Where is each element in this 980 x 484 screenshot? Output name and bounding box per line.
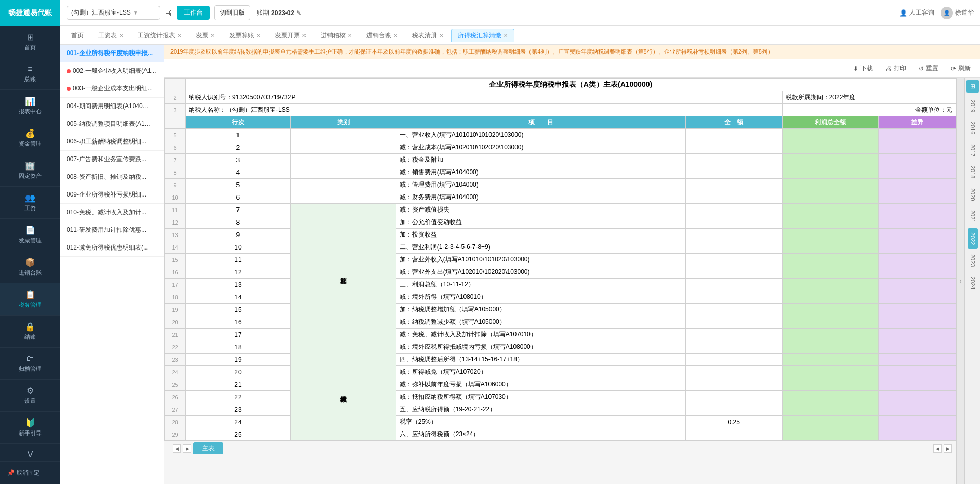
amount-19[interactable] <box>685 366 782 378</box>
amount-10[interactable] <box>685 254 782 266</box>
form-list-item-008[interactable]: 008-资产折旧、摊销及纳税... <box>60 168 164 186</box>
sidebar-item-member[interactable]: V畅会员 <box>0 444 60 461</box>
amount-14[interactable] <box>685 304 782 316</box>
amount-4[interactable] <box>685 179 782 191</box>
profit-14[interactable] <box>782 304 879 316</box>
sheet-tab-main[interactable]: 主表 <box>193 442 223 454</box>
spreadsheet-container[interactable]: 企业所得税年度纳税申报表（A类）主表(A100000)2 纳税人识别号：9132… <box>164 78 956 441</box>
diff-4[interactable] <box>879 179 956 191</box>
diff-14[interactable] <box>879 304 956 316</box>
diff-15[interactable] <box>879 316 956 329</box>
amount-13[interactable] <box>685 291 782 304</box>
sidebar-item-invoice-mgmt[interactable]: 📄发票管理 <box>0 219 60 251</box>
tab-close-payroll-stats[interactable]: ✕ <box>177 33 181 38</box>
tab-close-invoice-calc[interactable]: ✕ <box>256 33 260 38</box>
tab-close-invoice[interactable]: ✕ <box>210 33 215 38</box>
diff-20[interactable] <box>879 378 956 391</box>
profit-5[interactable] <box>782 191 879 204</box>
amount-2[interactable] <box>685 154 782 166</box>
sidebar-item-assets[interactable]: 🏢固定资产 <box>0 154 60 187</box>
profit-12[interactable] <box>782 279 879 291</box>
sidebar-item-home[interactable]: ⊞首页 <box>0 26 60 58</box>
diff-16[interactable] <box>879 329 956 341</box>
panel-top-icon[interactable]: ⊞ <box>966 80 979 93</box>
tab-close-payroll[interactable]: ✕ <box>119 33 123 38</box>
diff-18[interactable] <box>879 354 956 366</box>
refresh-button[interactable]: ⟳ 刷新 <box>948 62 974 74</box>
form-list-item-011[interactable]: 011-研发费用加计扣除优惠... <box>60 221 164 239</box>
workbench-button[interactable]: 工作台 <box>177 6 210 20</box>
sidebar-item-fund[interactable]: 💰资金管理 <box>0 122 60 154</box>
amount-3[interactable] <box>685 166 782 179</box>
amount-20[interactable] <box>685 378 782 391</box>
sidebar-item-archive[interactable]: 🗂归档管理 <box>0 348 60 380</box>
amount-22[interactable] <box>685 403 782 416</box>
form-list-item-005[interactable]: 005-纳税调整项目明细表(A1... <box>60 115 164 133</box>
profit-17[interactable] <box>782 341 879 354</box>
diff-10[interactable] <box>879 254 956 266</box>
profit-11[interactable] <box>782 266 879 279</box>
form-list-item-006[interactable]: 006-职工薪酬纳税调整明细... <box>60 133 164 151</box>
form-list-item-010[interactable]: 010-免税、减计收入及加计... <box>60 204 164 221</box>
diff-21[interactable] <box>879 391 956 403</box>
year-item-2017[interactable]: 2017 <box>968 140 978 161</box>
diff-5[interactable] <box>879 191 956 204</box>
amount-6[interactable] <box>685 204 782 216</box>
diff-24[interactable] <box>879 428 956 441</box>
amount-7[interactable] <box>685 216 782 229</box>
download-button[interactable]: ⬇ 下载 <box>850 62 876 74</box>
tab-close-sales-ledger[interactable]: ✕ <box>393 33 398 38</box>
tab-payroll[interactable]: 工资表✕ <box>91 29 130 42</box>
sheet-nav-left[interactable]: ◀ <box>173 444 181 453</box>
diff-8[interactable] <box>879 229 956 241</box>
sidebar-item-report[interactable]: 📊报表中心 <box>0 90 60 122</box>
form-list-item-004[interactable]: 004-期间费用明细表(A1040... <box>60 98 164 115</box>
profit-7[interactable] <box>782 216 879 229</box>
tab-close-tax-calc[interactable]: ✕ <box>504 33 508 38</box>
sheet-nav-right[interactable]: ▶ <box>183 444 191 453</box>
profit-15[interactable] <box>782 316 879 329</box>
print-button[interactable]: 🖨 打印 <box>882 62 909 74</box>
profit-1[interactable] <box>782 141 879 154</box>
tab-sales-ledger[interactable]: 进销台账✕ <box>360 29 404 42</box>
diff-0[interactable] <box>879 129 956 141</box>
company-selector[interactable]: (勾删）江西服宝-LSS ▼ <box>67 6 160 20</box>
form-list-item-002[interactable]: 002-一般企业收入明细表(A1... <box>60 62 164 80</box>
amount-17[interactable] <box>685 341 782 354</box>
form-list-item-009[interactable]: 009-企业所得税补亏损明细... <box>60 186 164 204</box>
amount-18[interactable] <box>685 354 782 366</box>
scroll-right-btn[interactable]: ▶ <box>944 444 952 453</box>
profit-21[interactable] <box>782 391 879 403</box>
reset-button[interactable]: ↺ 重置 <box>916 62 942 74</box>
year-item-2023[interactable]: 2023 <box>968 250 978 271</box>
profit-18[interactable] <box>782 354 879 366</box>
amount-23[interactable]: 0.25 <box>685 416 782 428</box>
amount-16[interactable] <box>685 329 782 341</box>
diff-23[interactable] <box>879 416 956 428</box>
amount-1[interactable] <box>685 141 782 154</box>
tab-close-tax-clearance[interactable]: ✕ <box>439 33 443 38</box>
profit-6[interactable] <box>782 204 879 216</box>
profit-3[interactable] <box>782 166 879 179</box>
profit-9[interactable] <box>782 241 879 254</box>
amount-0[interactable] <box>685 129 782 141</box>
pin-button[interactable]: 📌 取消固定 <box>4 466 56 480</box>
diff-22[interactable] <box>879 403 956 416</box>
collapse-panel-button[interactable]: › <box>956 78 964 484</box>
diff-19[interactable] <box>879 366 956 378</box>
period-edit-icon[interactable]: ✎ <box>296 9 301 17</box>
year-item-2020[interactable]: 2020 <box>968 184 978 205</box>
profit-23[interactable] <box>782 416 879 428</box>
amount-8[interactable] <box>685 229 782 241</box>
user-profile[interactable]: 👤 徐道华 <box>941 7 974 19</box>
tab-tax-clearance[interactable]: 税表清册✕ <box>405 29 450 42</box>
profit-10[interactable] <box>782 254 879 266</box>
profit-24[interactable] <box>782 428 879 441</box>
year-item-2019[interactable]: 2019 <box>968 96 978 116</box>
diff-6[interactable] <box>879 204 956 216</box>
sidebar-item-ledger[interactable]: ≡总账 <box>0 58 60 90</box>
year-item-2024[interactable]: 2024 <box>968 272 978 293</box>
tab-tax-calc[interactable]: 所得税汇算清缴✕ <box>451 29 514 42</box>
amount-5[interactable] <box>685 191 782 204</box>
scroll-left-btn[interactable]: ◀ <box>933 444 942 453</box>
